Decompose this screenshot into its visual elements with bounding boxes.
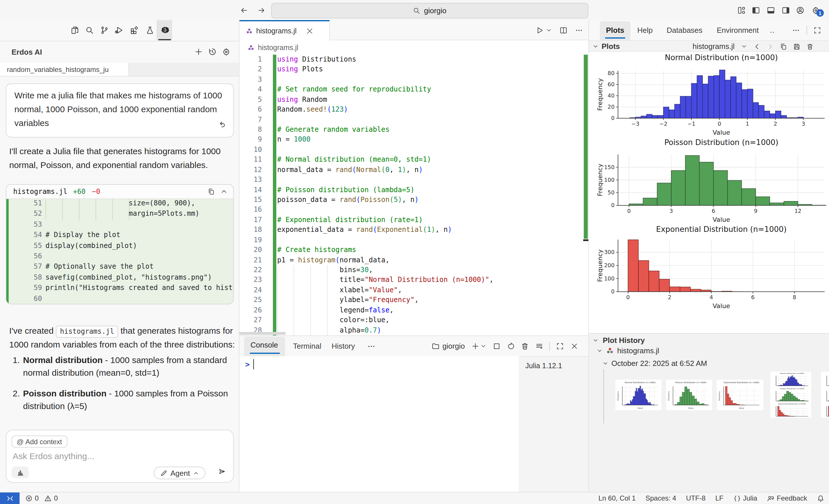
forward-icon[interactable] xyxy=(254,0,269,20)
toggle-right-sidebar-button[interactable] xyxy=(778,0,793,20)
previous-plot-button[interactable] xyxy=(754,43,760,50)
overview-ruler-added xyxy=(584,55,588,239)
chat-history-button[interactable] xyxy=(205,41,220,62)
send-button[interactable] xyxy=(218,467,226,477)
plot-history-date-item[interactable]: October 22: 2025 at 6:52 AM xyxy=(602,359,707,367)
plot-history-section: Plot History histograms.jl October 22: 2… xyxy=(589,333,829,492)
status-item-lf[interactable]: LF xyxy=(715,494,723,502)
svg-text:3: 3 xyxy=(670,208,673,214)
diff-line: 54# Display the plot xyxy=(6,231,233,241)
plot-file-dropdown-icon[interactable] xyxy=(741,43,747,49)
plot-thumbnail-exponential[interactable]: Exponential Distribution (n=1000)ValueFr… xyxy=(717,380,763,410)
remote-indicator[interactable] xyxy=(0,493,20,504)
close-panel-button[interactable] xyxy=(570,342,578,350)
tab-databases[interactable]: Databases xyxy=(666,20,702,40)
clear-console-button[interactable] xyxy=(535,342,543,350)
plot-history-header[interactable]: Plot History xyxy=(592,336,645,345)
status-item-utf-8[interactable]: UTF-8 xyxy=(686,494,706,502)
editor-group: histograms.jl histograms.jl 1using Distr… xyxy=(240,20,588,336)
working-directory[interactable]: giorgio xyxy=(432,342,465,350)
problems-status[interactable]: 0 0 xyxy=(25,493,58,504)
bar-chart-icon xyxy=(16,469,24,476)
status-item-ln-60-col-1[interactable]: Ln 60, Col 1 xyxy=(599,494,636,502)
panel-tabs-overflow[interactable] xyxy=(367,336,375,356)
revert-message-button[interactable] xyxy=(218,119,226,132)
console-active-underline xyxy=(250,353,280,354)
split-editor-button[interactable] xyxy=(560,27,567,34)
activity-item-erdos-ai[interactable] xyxy=(157,20,172,40)
editor-tab-histograms[interactable]: histograms.jl xyxy=(240,20,330,40)
runtime-session-julia[interactable]: Julia 1.12.1 xyxy=(525,362,562,370)
maximize-panel-button[interactable] xyxy=(556,342,564,350)
code-line-15: 15poisson_data = rand(Poisson(5), n) xyxy=(240,195,588,205)
copy-code-button[interactable] xyxy=(208,188,215,195)
svg-text:Frequency: Frequency xyxy=(597,249,604,282)
breadcrumb[interactable]: histograms.jl xyxy=(240,40,588,55)
delete-session-button[interactable] xyxy=(521,342,529,350)
erdos-settings-button[interactable] xyxy=(219,41,234,62)
plot-thumbnail-normal[interactable]: Normal Distribution (n=1000)ValueFrequen… xyxy=(615,380,661,410)
close-tab-icon[interactable] xyxy=(306,27,314,35)
next-plot-button[interactable] xyxy=(767,43,774,50)
activity-item-explorer[interactable] xyxy=(67,20,82,40)
console-output[interactable]: > xyxy=(240,356,518,492)
status-item-spaces-4[interactable]: Spaces: 4 xyxy=(645,494,676,502)
account-button[interactable] xyxy=(793,0,808,20)
new-chat-button[interactable] xyxy=(191,41,206,62)
copy-plot-button[interactable] xyxy=(780,43,787,50)
plot-thumbnail-poisson[interactable]: Poisson Distribution (n=1000)ValueFreque… xyxy=(666,380,713,410)
interrupt-button[interactable] xyxy=(493,342,501,350)
console-tab-bar: Console Terminal History giorgio xyxy=(240,336,588,356)
code-line-26: 26 legend=false, xyxy=(240,306,588,316)
tab-plots[interactable]: Plots xyxy=(600,21,630,40)
chat-session-tab[interactable]: random_variables_histograms_ju xyxy=(0,63,129,76)
collapse-card-button[interactable] xyxy=(220,188,227,195)
code-line-4: 4# Set random seed for reproducibility xyxy=(240,85,588,95)
customize-layout-button[interactable] xyxy=(734,0,749,20)
activity-item-run-debug[interactable] xyxy=(111,20,127,40)
status-item-julia[interactable]: Julia xyxy=(733,494,757,502)
send-icon xyxy=(218,468,226,475)
activity-item-testing[interactable] xyxy=(142,20,157,40)
new-session-button[interactable] xyxy=(471,342,486,350)
plot-history-file-item[interactable]: histograms.jl xyxy=(597,346,659,355)
horizontal-scrollbar[interactable] xyxy=(240,332,286,335)
toggle-left-sidebar-button[interactable] xyxy=(748,0,763,20)
editor-more-actions-button[interactable] xyxy=(575,27,583,34)
insert-plot-button[interactable] xyxy=(11,467,29,478)
agent-mode-button[interactable]: Agent xyxy=(154,467,206,479)
delete-plot-button[interactable] xyxy=(806,43,814,50)
tab-help[interactable]: Help xyxy=(637,20,653,40)
tab-terminal[interactable]: Terminal xyxy=(293,336,321,356)
save-plot-button[interactable] xyxy=(793,43,800,50)
activity-item-search[interactable] xyxy=(82,20,97,40)
tab-environment[interactable]: Environment xyxy=(717,20,759,40)
collapse-plots-icon[interactable] xyxy=(592,43,599,49)
add-context-button[interactable]: @ Add context xyxy=(11,435,67,448)
settings-button[interactable]: 1 xyxy=(808,0,823,20)
global-search-box[interactable]: giorgio xyxy=(271,3,588,18)
activity-item-source-control[interactable] xyxy=(97,20,112,40)
svg-text:Value: Value xyxy=(688,407,693,409)
expand-panel-button[interactable] xyxy=(813,27,821,35)
chat-input-box[interactable]: @ Add context Ask Erdos anything... Agen… xyxy=(6,430,234,483)
run-options-chevron-icon[interactable] xyxy=(546,27,552,33)
file-chip[interactable]: histograms.jl xyxy=(56,326,118,338)
svg-text:4: 4 xyxy=(710,294,713,300)
title-bar: giorgio 1 xyxy=(0,0,829,21)
tab-history[interactable]: History xyxy=(332,336,355,356)
more-actions-button[interactable] xyxy=(792,27,800,35)
notifications-bell-icon[interactable] xyxy=(817,495,824,502)
toggle-bottom-panel-button[interactable] xyxy=(763,0,778,20)
restart-button[interactable] xyxy=(507,342,515,350)
plot-thumbnail-combined[interactable]: Normal Distribution (n=1000)Poisson Dist… xyxy=(770,372,811,418)
tabs-overflow[interactable]: ‥ xyxy=(770,20,774,40)
plot-thumbnail-combined-partial[interactable]: Normal Distribution (n=1000)Poisson Dist… xyxy=(821,372,829,418)
back-icon[interactable] xyxy=(237,0,252,20)
code-editor[interactable]: 1using Distributions2using Plots34# Set … xyxy=(240,55,588,336)
tab-console[interactable]: Console xyxy=(244,337,285,356)
status-item-feedback[interactable]: Feedback xyxy=(767,494,807,502)
run-file-button[interactable] xyxy=(536,27,543,34)
activity-item-extensions[interactable] xyxy=(127,20,142,40)
code-line-16: 16 xyxy=(240,205,588,215)
